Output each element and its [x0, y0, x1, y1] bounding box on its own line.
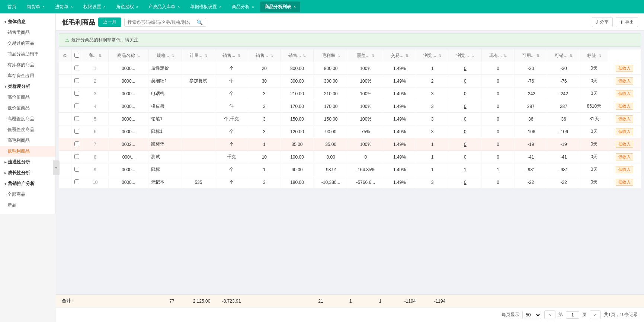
settings-col-header[interactable]: ⚙: [59, 50, 71, 62]
row-view1[interactable]: 0: [449, 100, 481, 113]
sidebar-collapse-button[interactable]: «: [53, 160, 60, 175]
row-checkbox[interactable]: [74, 103, 79, 108]
sidebar-item-in-stock[interactable]: 有库存的商品: [0, 60, 55, 70]
sidebar-item-high-coverage[interactable]: 高覆盖度商品: [0, 114, 55, 124]
sidebar-group-growth[interactable]: ▸ 成长性分析: [0, 168, 55, 178]
col-header-tag[interactable]: 标签 ⇅: [580, 50, 608, 62]
close-icon[interactable]: ×: [219, 5, 221, 9]
close-icon[interactable]: ×: [71, 5, 73, 9]
col-header-sale-amount[interactable]: 销售... ⇅: [248, 50, 281, 62]
row-view1[interactable]: 1: [449, 163, 481, 176]
sidebar-group-liquidity[interactable]: ▸ 流通性分析: [0, 157, 55, 168]
row-checkbox[interactable]: [74, 141, 79, 146]
sort-icon: ⇅: [137, 54, 140, 58]
row-view1[interactable]: 0: [449, 151, 481, 163]
export-button[interactable]: ⬇ 导出: [616, 17, 638, 27]
col-header-sale-profit[interactable]: 销售... ⇅: [281, 50, 313, 62]
sidebar-item-sales-goods[interactable]: 销售类商品: [0, 27, 55, 38]
nav-home[interactable]: 首页: [3, 1, 21, 12]
row-view1[interactable]: 0: [449, 75, 481, 87]
sidebar-item-low-margin[interactable]: 低毛利商品: [0, 146, 55, 157]
nav-purchase-order[interactable]: 进货单 ×: [51, 1, 77, 12]
sidebar-item-new-goods[interactable]: 新品: [0, 200, 55, 211]
row-checkbox[interactable]: [74, 179, 79, 184]
col-header-current-stock[interactable]: 现有... ⇅: [481, 50, 514, 62]
col-header-spec[interactable]: 规格... ⇅: [149, 50, 182, 62]
row-checkbox[interactable]: [74, 66, 79, 70]
col-header-view1[interactable]: 浏览... ⇅: [416, 50, 449, 62]
row-view1[interactable]: 0: [449, 138, 481, 151]
nav-template-settings[interactable]: 单据模板设置 ×: [186, 1, 226, 12]
share-button[interactable]: ⤴ 分享: [592, 17, 613, 27]
row-checkbox[interactable]: [74, 91, 79, 96]
tag-badge: 低收入: [616, 77, 633, 85]
row-settings: [59, 163, 71, 176]
row-view1[interactable]: 0: [449, 125, 481, 138]
row-checkbox[interactable]: [74, 154, 79, 159]
col-header-gross-margin[interactable]: 毛利率 ⇅: [314, 50, 348, 62]
row-view1[interactable]: 0: [449, 176, 481, 189]
row-code: 0000...: [108, 176, 149, 189]
nav-product-analysis-list[interactable]: 商品分析列表 ×: [260, 1, 300, 12]
nav-permissions[interactable]: 权限设置 ×: [79, 1, 110, 12]
col-header-avail-stock[interactable]: 可用... ⇅: [515, 50, 547, 62]
nav-product-analysis[interactable]: 商品分析 ×: [227, 1, 259, 12]
prev-page-button[interactable]: ＜: [544, 310, 555, 319]
table-row: 7 0002... 鼠标垫 个 1 35.00 35.00 100% 1.49%…: [59, 138, 641, 151]
close-icon[interactable]: ×: [136, 5, 138, 9]
col-header-code[interactable]: 商... ⇅: [82, 50, 108, 62]
sidebar-item-all-goods[interactable]: 全部商品: [0, 189, 55, 200]
page-size-select[interactable]: 50 100 200: [522, 311, 541, 319]
col-header-name[interactable]: 商品名称 ⇅: [108, 50, 149, 62]
sidebar-group-marketing[interactable]: ▾ 营销推广分析: [0, 178, 55, 189]
col-header-coverage[interactable]: 覆盖... ⇅: [348, 50, 383, 62]
sidebar-item-low-coverage[interactable]: 低覆盖度商品: [0, 124, 55, 135]
row-avail-stock: 287: [547, 100, 580, 113]
close-icon[interactable]: ×: [42, 5, 45, 9]
row-view2: 0: [481, 75, 514, 87]
close-icon[interactable]: ×: [177, 5, 180, 9]
row-checkbox[interactable]: [74, 167, 79, 172]
close-icon[interactable]: ×: [252, 5, 254, 9]
sidebar-item-traded-goods[interactable]: 交易过的商品: [0, 38, 55, 49]
next-page-button[interactable]: ＞: [590, 310, 601, 319]
row-avail-stock: -76: [547, 75, 580, 87]
row-checkbox[interactable]: [74, 78, 79, 83]
table-row: 5 0000... 铅笔1 个,千克 3 150.00 150.00 100% …: [59, 113, 641, 125]
col-header-sellable-days[interactable]: 可销... ⇅: [547, 50, 580, 62]
row-view1[interactable]: 0: [449, 62, 481, 75]
row-view1[interactable]: 0: [449, 87, 481, 100]
col-header-tx-count[interactable]: 交易... ⇅: [383, 50, 416, 62]
row-view1[interactable]: 0: [449, 113, 481, 125]
row-name: 测试: [149, 151, 182, 163]
col-header-view2[interactable]: 浏览... ⇅: [449, 50, 481, 62]
row-sale-profit: 0.00: [314, 151, 348, 163]
table-container[interactable]: ⚙ 商... ⇅ 商品名称 ⇅ 规格... ⇅ 计量... ⇅ 销售... ⇅ …: [56, 50, 644, 294]
row-avail-stock: -22: [547, 176, 580, 189]
col-header-unit[interactable]: 计量... ⇅: [182, 50, 215, 62]
sidebar-item-stock-funds[interactable]: 库存资金占用: [0, 70, 55, 81]
sidebar-item-high-value[interactable]: 高价值商品: [0, 92, 55, 103]
nav-finished-goods[interactable]: 产成品入库单 ×: [144, 1, 184, 12]
row-current-stock: -106: [515, 125, 547, 138]
row-checkbox-cell: [71, 100, 82, 113]
sidebar-item-low-value[interactable]: 低价值商品: [0, 103, 55, 114]
select-all-checkbox[interactable]: [74, 53, 79, 58]
sidebar-item-category-rate[interactable]: 商品分类助销率: [0, 49, 55, 60]
sidebar-group-overview[interactable]: ▾ 整体信息: [0, 16, 55, 27]
search-icon[interactable]: 🔍: [196, 19, 203, 25]
sidebar-item-high-margin[interactable]: 高毛利商品: [0, 135, 55, 146]
close-icon[interactable]: ×: [294, 5, 296, 9]
row-sale-qty: 3: [248, 125, 281, 138]
page-number-input[interactable]: [566, 311, 579, 319]
checkbox-col-header[interactable]: [71, 50, 82, 62]
col-header-sale-qty[interactable]: 销售... ⇅: [215, 50, 248, 62]
sidebar-group-cluster[interactable]: ▾ 类群度分析: [0, 81, 55, 92]
nav-sales-order[interactable]: 销货单 ×: [22, 1, 49, 12]
row-checkbox[interactable]: [74, 129, 79, 134]
search-input[interactable]: [128, 20, 195, 25]
tab-recent-month[interactable]: 近一月: [98, 17, 121, 27]
row-checkbox[interactable]: [74, 116, 79, 121]
nav-role-auth[interactable]: 角色授权 ×: [112, 1, 143, 12]
close-icon[interactable]: ×: [103, 5, 106, 9]
